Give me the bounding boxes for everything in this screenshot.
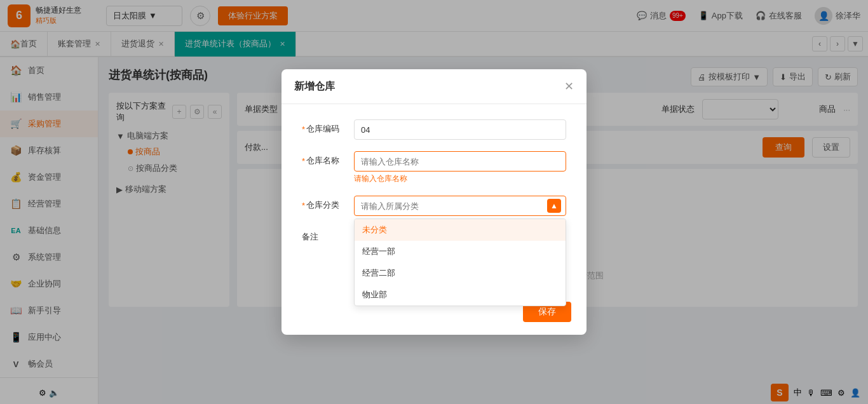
warehouse-name-input[interactable] xyxy=(354,151,566,172)
warehouse-category-label: * 仓库分类 xyxy=(302,196,346,211)
warehouse-code-label: * 仓库编码 xyxy=(302,119,346,135)
warehouse-name-control: 请输入仓库名称 xyxy=(354,151,566,184)
add-warehouse-modal: 新增仓库 ✕ * 仓库编码 * 仓库名称 请输入仓库名称 xyxy=(281,69,587,335)
modal-title: 新增仓库 xyxy=(294,80,335,93)
dropdown-item-ops1[interactable]: 经营一部 xyxy=(355,241,566,262)
dropdown-item-property[interactable]: 物业部 xyxy=(355,284,566,306)
remark-label: 备注 xyxy=(302,227,346,243)
dropdown-item-uncategorized[interactable]: 未分类 xyxy=(355,219,566,241)
warehouse-name-row: * 仓库名称 请输入仓库名称 xyxy=(302,151,566,184)
category-dropdown: 未分类 经营一部 经营二部 物业部 xyxy=(354,219,566,306)
required-star-2: * xyxy=(302,156,305,166)
modal-body: * 仓库编码 * 仓库名称 请输入仓库名称 * 仓库分类 xyxy=(281,104,587,294)
warehouse-name-label: * 仓库名称 xyxy=(302,151,346,166)
modal-close-button[interactable]: ✕ xyxy=(564,79,574,93)
dropdown-item-ops2[interactable]: 经营二部 xyxy=(355,262,566,284)
required-star-3: * xyxy=(302,201,305,210)
warehouse-code-row: * 仓库编码 xyxy=(302,119,566,140)
modal-header: 新增仓库 ✕ xyxy=(281,69,587,104)
warehouse-code-control xyxy=(354,119,566,140)
warehouse-category-control: ▲ 未分类 经营一部 经营二部 物业部 xyxy=(354,196,566,216)
warehouse-category-row: * 仓库分类 ▲ 未分类 经营一部 经营二部 物业部 xyxy=(302,196,566,216)
warehouse-code-input[interactable] xyxy=(354,119,566,140)
warehouse-name-error: 请输入仓库名称 xyxy=(354,173,566,184)
warehouse-category-input[interactable] xyxy=(354,196,566,216)
category-toggle-button[interactable]: ▲ xyxy=(547,199,561,213)
required-star: * xyxy=(302,125,305,134)
